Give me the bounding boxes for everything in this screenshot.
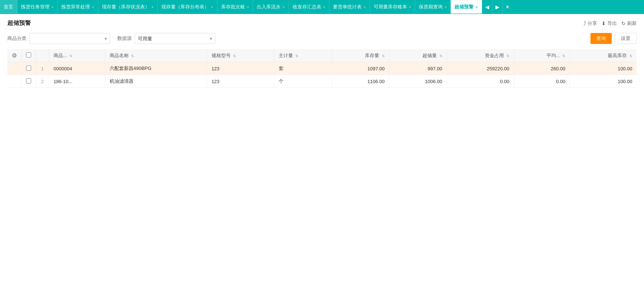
share-icon: ⤴ [583, 21, 586, 26]
category-select-wrapper [29, 33, 110, 44]
row-max-stock-1: 100.00 [570, 75, 637, 88]
nav-overstock-warning[interactable]: 超储预警 × [451, 0, 482, 14]
nav-inventory-status-close[interactable]: × [151, 5, 154, 9]
nav-abnormal[interactable]: 拣货异常处理 × [58, 0, 98, 14]
table-body: 1 0000004 六配套新昌490BPG 123 套 1097.00 997.… [7, 62, 637, 88]
filter-category-group: 商品分类 [7, 33, 110, 44]
gear-icon[interactable]: ⚙ [12, 52, 17, 59]
row-checkbox-0[interactable] [26, 66, 31, 71]
nav-recv-summary[interactable]: 收发存汇总表 × [289, 0, 329, 14]
nav-inventory-status[interactable]: 现存量（库存状况表） × [98, 0, 158, 14]
sort-capital-occ-icon: ⇅ [506, 54, 509, 58]
nav-inventory-dist[interactable]: 现存量（库存分布表） × [158, 0, 217, 14]
row-overstock-qty-1: 1006.00 [389, 75, 447, 88]
nav-overstock-warning-close[interactable]: × [475, 5, 477, 9]
refresh-button[interactable]: ↻ 刷新 [621, 20, 637, 27]
page-title: 超储预警 [7, 19, 31, 27]
th-spec-label: 规格型号 [212, 53, 231, 58]
th-capital-occ[interactable]: 资金占用 ⇅ [447, 49, 514, 62]
sort-unit-icon: ⇅ [295, 54, 298, 58]
th-product-code-label: 商品... [54, 53, 67, 58]
select-all-checkbox[interactable] [26, 52, 31, 58]
table-row[interactable]: 1 0000004 六配套新昌490BPG 123 套 1097.00 997.… [7, 62, 637, 75]
row-checkbox-1[interactable] [26, 78, 31, 84]
nav-abnormal-close[interactable]: × [92, 5, 94, 9]
nav-task-mgmt[interactable]: 拣货任务管理 × [17, 0, 58, 14]
table-wrapper: ⚙ 商品... ⇅ 商品名称 ⇅ 规格型号 [7, 49, 637, 88]
nav-task-mgmt-close[interactable]: × [51, 5, 54, 9]
top-navigation: 首页 拣货任务管理 × 拣货异常处理 × 现存量（库存状况表） × 现存量（库存… [0, 0, 644, 14]
row-checkbox-cell[interactable] [22, 75, 36, 88]
row-capital-occ-1: 0.00 [447, 75, 514, 88]
nav-inventory-status-label: 现存量（库存状况表） [102, 4, 150, 10]
nav-order-stats-label: 要货单统计表 [333, 4, 362, 10]
datasource-select-wrapper: 可用量 库存量 [135, 33, 215, 44]
export-icon: ⬇ [601, 21, 606, 26]
nav-recv-summary-close[interactable]: × [323, 5, 325, 9]
query-button[interactable]: 查询 [590, 33, 612, 44]
share-button[interactable]: ⤴ 分享 [583, 20, 597, 27]
table-header-row: ⚙ 商品... ⇅ 商品名称 ⇅ 规格型号 [7, 49, 637, 62]
th-product-name[interactable]: 商品名称 ⇅ [105, 49, 207, 62]
sort-product-code-icon: ⇅ [69, 54, 72, 58]
nav-inventory-dist-close[interactable]: × [211, 5, 213, 9]
row-spec-0: 123 [207, 62, 274, 75]
table-row[interactable]: 2 186-10... 机油滤清器 123 个 1106.00 1006.00 … [7, 75, 637, 88]
th-product-code[interactable]: 商品... ⇅ [49, 49, 105, 62]
th-overstock-qty-label: 超储量 [422, 53, 437, 58]
row-avg-0: 260.00 [514, 62, 570, 75]
nav-quality-check[interactable]: 保质期查询 × [415, 0, 451, 14]
row-capital-occ-0: 259220.00 [447, 62, 514, 75]
nav-arrow-right[interactable]: ▶ [492, 0, 502, 14]
nav-recv-summary-label: 收发存汇总表 [293, 4, 321, 10]
th-stock-qty[interactable]: 库存量 ⇅ [332, 49, 389, 62]
refresh-label: 刷新 [627, 20, 637, 27]
row-settings-cell [7, 75, 22, 88]
th-product-name-label: 商品名称 [110, 53, 129, 58]
export-label: 导出 [607, 20, 617, 27]
th-unit[interactable]: 主计量 ⇅ [274, 49, 332, 62]
data-table: ⚙ 商品... ⇅ 商品名称 ⇅ 规格型号 [7, 49, 637, 88]
nav-batch-label: 库存批次账 [221, 4, 245, 10]
nav-abnormal-label: 拣货异常处理 [61, 4, 90, 10]
filter-right-buttons: 查询 设置 [590, 33, 637, 44]
row-overstock-qty-0: 997.00 [389, 62, 447, 75]
th-settings[interactable]: ⚙ [7, 49, 22, 62]
sort-avg-icon: ⇅ [562, 54, 565, 58]
nav-available-account-label: 可用量库存账本 [374, 4, 407, 10]
nav-inout-flow[interactable]: 出入库流水 × [253, 0, 289, 14]
th-avg[interactable]: 平均... ⇅ [514, 49, 570, 62]
th-max-stock[interactable]: 最高库存 ⇅ [570, 49, 637, 62]
nav-inout-flow-close[interactable]: × [282, 5, 285, 9]
sort-product-name-icon: ⇅ [131, 54, 134, 58]
th-stock-qty-label: 库存量 [365, 53, 379, 58]
nav-available-account-close[interactable]: × [409, 5, 411, 9]
row-spec-1: 123 [207, 75, 274, 88]
nav-arrow-close[interactable]: ✕ [502, 0, 513, 14]
row-checkbox-cell[interactable] [22, 62, 36, 75]
th-spec[interactable]: 规格型号 ⇅ [207, 49, 274, 62]
nav-home[interactable]: 首页 [0, 0, 17, 14]
row-num-0: 1 [36, 62, 49, 75]
nav-available-account[interactable]: 可用量库存账本 × [370, 0, 415, 14]
nav-order-stats-close[interactable]: × [363, 5, 366, 9]
settings-button[interactable]: 设置 [615, 33, 637, 44]
page-header: 超储预警 ⤴ 分享 ⬇ 导出 ↻ 刷新 [7, 19, 637, 27]
nav-batch-close[interactable]: × [247, 5, 249, 9]
row-unit-0: 套 [274, 62, 332, 75]
export-button[interactable]: ⬇ 导出 [601, 20, 617, 27]
nav-batch[interactable]: 库存批次账 × [217, 0, 253, 14]
row-product-code-0: 0000004 [49, 62, 105, 75]
nav-order-stats[interactable]: 要货单统计表 × [329, 0, 370, 14]
datasource-select[interactable]: 可用量 库存量 [135, 33, 215, 44]
th-checkbox[interactable] [22, 49, 36, 62]
nav-quality-check-close[interactable]: × [444, 5, 447, 9]
th-unit-label: 主计量 [279, 53, 293, 58]
th-avg-label: 平均... [546, 53, 560, 58]
nav-arrow-left[interactable]: ◀ [482, 0, 492, 14]
th-overstock-qty[interactable]: 超储量 ⇅ [389, 49, 447, 62]
page-content: 超储预警 ⤴ 分享 ⬇ 导出 ↻ 刷新 商品分类 [0, 14, 644, 293]
filter-datasource-group: 数据源 可用量 库存量 [117, 33, 215, 44]
category-select[interactable] [29, 33, 110, 44]
row-product-name-1: 机油滤清器 [105, 75, 207, 88]
